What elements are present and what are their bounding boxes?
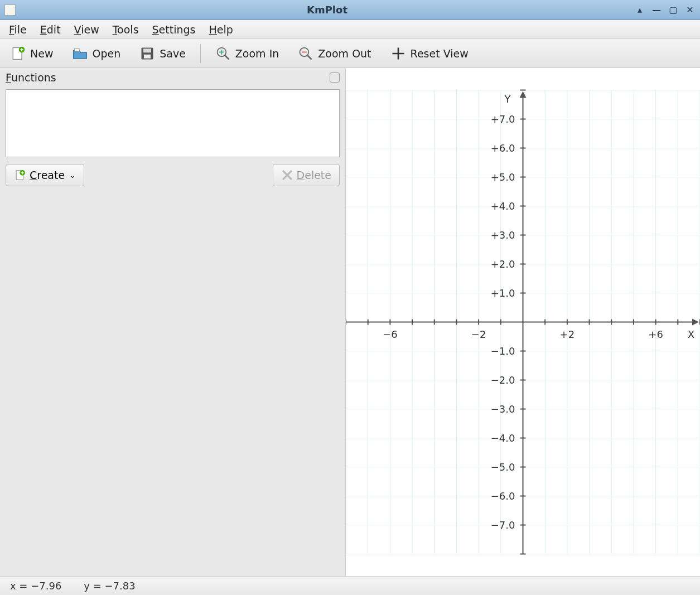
menu-tools[interactable]: Tools bbox=[113, 23, 139, 36]
menu-settings[interactable]: Settings bbox=[152, 23, 196, 36]
delete-label-rest: elete bbox=[305, 169, 331, 181]
functions-panel: Functions Create ⌄ Delete bbox=[0, 68, 346, 576]
status-y: y = −7.83 bbox=[84, 580, 135, 592]
delete-x-icon bbox=[281, 169, 293, 181]
reset-view-button[interactable]: Reset View bbox=[386, 43, 473, 64]
open-label: Open bbox=[92, 47, 120, 60]
zoom-out-label: Zoom Out bbox=[318, 47, 371, 60]
svg-text:−6: −6 bbox=[383, 328, 398, 340]
save-floppy-icon bbox=[139, 46, 155, 61]
new-button[interactable]: New bbox=[6, 43, 57, 64]
svg-text:−6.0: −6.0 bbox=[491, 490, 515, 502]
menu-label: ools bbox=[117, 23, 138, 36]
panel-title-text: unctions bbox=[11, 71, 56, 84]
zoom-out-button[interactable]: Zoom Out bbox=[293, 43, 375, 64]
window-titlebar: KmPlot ▴ — ▢ ✕ bbox=[0, 0, 700, 20]
svg-text:X: X bbox=[688, 328, 694, 340]
detach-panel-icon[interactable] bbox=[330, 72, 340, 83]
zoom-in-label: Zoom In bbox=[235, 47, 279, 60]
svg-rect-4 bbox=[143, 49, 151, 52]
svg-rect-2 bbox=[75, 49, 80, 51]
svg-text:+3.0: +3.0 bbox=[491, 229, 515, 241]
toolbar-separator bbox=[200, 44, 201, 63]
svg-text:+6.0: +6.0 bbox=[491, 142, 515, 154]
panel-header: Functions bbox=[6, 71, 340, 84]
zoom-in-button[interactable]: Zoom In bbox=[211, 43, 283, 64]
menu-view[interactable]: View bbox=[74, 23, 99, 36]
menu-help[interactable]: Help bbox=[209, 23, 233, 36]
svg-text:+5.0: +5.0 bbox=[491, 171, 515, 183]
svg-text:−1.0: −1.0 bbox=[491, 345, 515, 357]
menu-label: ile bbox=[15, 23, 27, 36]
menu-label: dit bbox=[47, 23, 61, 36]
panel-button-row: Create ⌄ Delete bbox=[6, 164, 340, 186]
toolbar: New Open Save Zoom In Zoom Out bbox=[0, 39, 700, 68]
open-folder-icon bbox=[72, 46, 88, 61]
zoom-out-icon bbox=[298, 46, 313, 61]
app-icon bbox=[4, 4, 16, 16]
shade-button[interactable]: ▴ bbox=[634, 4, 645, 16]
create-label-rest: reate bbox=[37, 169, 65, 181]
svg-text:−2: −2 bbox=[471, 328, 486, 340]
zoom-in-icon bbox=[215, 46, 231, 61]
create-plus-icon bbox=[14, 169, 26, 181]
status-x: x = −7.96 bbox=[10, 580, 61, 592]
new-document-icon bbox=[10, 46, 26, 61]
svg-text:+4.0: +4.0 bbox=[491, 200, 515, 212]
svg-text:−5.0: −5.0 bbox=[491, 461, 515, 473]
content-area: Functions Create ⌄ Delete −7.0− bbox=[0, 68, 700, 576]
svg-text:+7.0: +7.0 bbox=[491, 113, 515, 125]
svg-text:+2.0: +2.0 bbox=[491, 258, 515, 270]
maximize-button[interactable]: ▢ bbox=[668, 4, 679, 16]
svg-text:−7.0: −7.0 bbox=[491, 519, 515, 531]
create-function-button[interactable]: Create ⌄ bbox=[6, 164, 84, 186]
window-controls: ▴ — ▢ ✕ bbox=[634, 4, 696, 16]
new-label: New bbox=[30, 47, 53, 60]
coordinate-grid: −7.0−6.0−5.0−4.0−3.0−2.0−1.0+1.0+2.0+3.0… bbox=[346, 68, 700, 576]
menu-edit[interactable]: Edit bbox=[40, 23, 61, 36]
reset-view-label: Reset View bbox=[411, 47, 469, 60]
open-button[interactable]: Open bbox=[67, 43, 125, 64]
save-button[interactable]: Save bbox=[135, 43, 190, 64]
svg-text:−3.0: −3.0 bbox=[491, 403, 515, 415]
svg-text:−4.0: −4.0 bbox=[491, 432, 515, 444]
svg-text:+6: +6 bbox=[648, 328, 663, 340]
close-button[interactable]: ✕ bbox=[684, 4, 696, 16]
statusbar: x = −7.96 y = −7.83 bbox=[0, 576, 700, 595]
save-label: Save bbox=[160, 47, 186, 60]
delete-function-button: Delete bbox=[273, 164, 340, 186]
reset-view-icon bbox=[390, 46, 406, 61]
functions-list[interactable] bbox=[6, 89, 340, 157]
svg-text:+1.0: +1.0 bbox=[491, 287, 515, 299]
menu-label: elp bbox=[217, 23, 233, 36]
menu-label: ettings bbox=[159, 23, 196, 36]
plot-area[interactable]: −7.0−6.0−5.0−4.0−3.0−2.0−1.0+1.0+2.0+3.0… bbox=[346, 68, 700, 576]
svg-text:+2: +2 bbox=[560, 328, 575, 340]
minimize-button[interactable]: — bbox=[651, 4, 662, 16]
svg-marker-46 bbox=[692, 319, 699, 326]
menu-label: iew bbox=[81, 23, 99, 36]
svg-text:−2.0: −2.0 bbox=[491, 374, 515, 386]
window-title: KmPlot bbox=[20, 4, 634, 16]
svg-marker-47 bbox=[520, 91, 527, 98]
menu-file[interactable]: File bbox=[9, 23, 27, 36]
chevron-down-icon: ⌄ bbox=[69, 171, 76, 180]
svg-rect-5 bbox=[144, 54, 151, 58]
menubar: File Edit View Tools Settings Help bbox=[0, 20, 700, 39]
svg-text:Y: Y bbox=[504, 93, 511, 105]
